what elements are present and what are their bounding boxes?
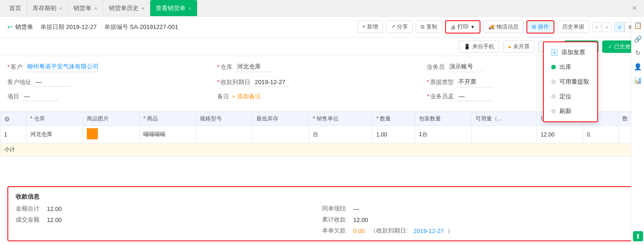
invoice-icon: + bbox=[551, 49, 558, 56]
not-open-ticket-button[interactable]: ● 未开票 bbox=[503, 40, 535, 53]
form-row-3: 项目 — 备注 + 添加备注 业务员孟 — bbox=[7, 92, 637, 101]
tab-sales-history[interactable]: 销货单历史 × bbox=[103, 0, 150, 16]
cell-min-stock bbox=[252, 126, 309, 143]
subtotal-label: 小计 bbox=[0, 143, 644, 156]
ticket-type-value[interactable]: 不开票 bbox=[457, 77, 493, 87]
print-dropdown-arrow: ▼ bbox=[470, 24, 475, 29]
tab-close-inventory-init[interactable]: × bbox=[59, 6, 62, 11]
check-circle-icon2: ✓ bbox=[608, 44, 612, 50]
view-list-button[interactable]: ≡ bbox=[614, 22, 625, 32]
form-row-2: 客户地址 — 收款到期日 2019-12-27 票据类型 不开票 bbox=[7, 77, 637, 87]
out-warehouse-item[interactable]: 出库 bbox=[544, 60, 597, 74]
available-qty-item[interactable]: 可用量提取 bbox=[544, 74, 597, 89]
same-order-row: 同单现结 — bbox=[322, 205, 628, 213]
doc-number-label: 单据编号 bbox=[104, 23, 128, 31]
ticket-icon: ● bbox=[508, 44, 511, 50]
doc-number-value: SA-20191227-001 bbox=[130, 23, 179, 30]
locate-item[interactable]: 定位 bbox=[544, 89, 597, 104]
add-invoice-item[interactable]: + 添加发票 bbox=[544, 45, 597, 60]
panel-icon-expand[interactable]: ⬆ bbox=[633, 231, 643, 241]
th-quantity: * 数量 bbox=[373, 112, 415, 126]
cell-available bbox=[472, 126, 537, 143]
tab-close-view-sales-order[interactable]: × bbox=[188, 6, 191, 11]
doc-header: ↩ 销货单 单据日期 2019-12-27 单据编号 SA-20191227-0… bbox=[0, 17, 644, 38]
customer-label: 客户 bbox=[7, 63, 23, 71]
cell-quantity: 1.00 bbox=[373, 126, 415, 143]
th-warehouse: * 仓库 bbox=[26, 112, 83, 126]
next-button[interactable]: › bbox=[602, 22, 611, 32]
customer-value[interactable]: 柳州粤港平安气体有限公司 bbox=[25, 62, 101, 72]
doc-toolbar: + 新增 ↗ 分享 ⧉ 复制 🖨 打印 ▼ 🚚 物流信息 bbox=[357, 20, 637, 34]
panel-icon-chart[interactable]: 📊 bbox=[633, 75, 643, 85]
warehouse-value[interactable]: 河北仓库 bbox=[235, 62, 272, 72]
history-button[interactable]: 历史单据 bbox=[557, 21, 589, 33]
total-amount-value: 12.00 bbox=[47, 205, 62, 212]
panel-icon-clipboard[interactable]: 📋 bbox=[633, 20, 643, 30]
window-close-button[interactable]: × bbox=[629, 4, 640, 12]
payment-date-value[interactable]: 2019-12-27 bbox=[253, 78, 290, 87]
th-gear[interactable]: ⚙ bbox=[0, 112, 27, 126]
operation-button[interactable]: ⊞ 操作 bbox=[526, 20, 554, 34]
cell-price: 0. bbox=[583, 126, 619, 143]
doc-date-field: 单据日期 2019-12-27 bbox=[40, 23, 97, 31]
employee-label: 业务员 bbox=[427, 63, 445, 71]
address-field: 客户地址 — bbox=[7, 78, 217, 87]
doc-title-text: 销货单 bbox=[15, 23, 33, 31]
cell-warehouse: 河北仓库 bbox=[26, 126, 83, 143]
cumulative-label: 累计收款 bbox=[322, 216, 350, 224]
out-warehouse-dot bbox=[551, 65, 556, 69]
share-button[interactable]: ↗ 分享 bbox=[386, 21, 413, 33]
gear-icon: ⚙ bbox=[4, 115, 10, 123]
due-date-close: ） bbox=[447, 227, 453, 235]
tab-bar-right: × bbox=[629, 4, 640, 12]
add-remark-button[interactable]: + 添加备注 bbox=[232, 92, 261, 101]
trade-amount-label: 成交金额 bbox=[16, 216, 43, 224]
right-panel: 📋 🔗 ↻ 👤 📊 ⬆ bbox=[631, 17, 644, 245]
from-phone-button[interactable]: 📱 来自手机 bbox=[459, 40, 499, 53]
panel-icon-refresh[interactable]: ↻ bbox=[633, 48, 643, 58]
payment-date-field: 收款到期日 2019-12-27 bbox=[217, 78, 427, 87]
th-product-img: 商品图片 bbox=[83, 112, 139, 126]
tab-inventory-init[interactable]: 库存期初 × bbox=[27, 0, 68, 16]
tab-bar: 首页 库存期初 × 销货单 × 销货单历史 × 查看销货单 × × bbox=[0, 0, 644, 17]
doc-date-value: 2019-12-27 bbox=[66, 23, 97, 30]
tab-close-sales-order[interactable]: × bbox=[94, 6, 97, 11]
payment-date-label: 收款到期日 bbox=[217, 78, 250, 86]
address-label: 客户地址 bbox=[7, 78, 31, 86]
doc-title-icon: ↩ bbox=[7, 23, 12, 30]
warehouse-field: 仓库 河北仓库 bbox=[217, 62, 427, 72]
due-row: 本单欠款 0.00 （收款到期日: 2019-12-27 ） bbox=[322, 227, 628, 235]
tab-sales-order[interactable]: 销货单 × bbox=[68, 0, 103, 16]
same-order-label: 同单现结 bbox=[322, 205, 350, 213]
cell-spec bbox=[196, 126, 252, 143]
total-amount-row: 金额合计 12.00 bbox=[16, 205, 322, 213]
panel-icon-link[interactable]: 🔗 bbox=[633, 34, 643, 44]
tab-home[interactable]: 首页 bbox=[4, 0, 27, 16]
trade-amount-row: 成交金额 12.00 bbox=[16, 216, 322, 224]
copy-icon: ⧉ bbox=[421, 24, 424, 30]
project-label: 项目 bbox=[7, 92, 19, 101]
print-button[interactable]: 🖨 打印 ▼ bbox=[445, 20, 480, 34]
subtotal-row: 小计 bbox=[0, 143, 644, 156]
due-date-value: 2019-12-27 bbox=[413, 228, 444, 234]
logistics-button[interactable]: 🚚 物流信息 bbox=[483, 21, 524, 33]
remark-label: 备注 bbox=[217, 92, 229, 101]
locate-dot bbox=[551, 94, 556, 99]
new-button[interactable]: + 新增 bbox=[357, 21, 383, 33]
product-image bbox=[87, 128, 98, 139]
th-spec: 规格型号 bbox=[196, 112, 252, 126]
panel-icon-user[interactable]: 👤 bbox=[633, 62, 643, 72]
warehouse-label: 仓库 bbox=[217, 63, 232, 71]
tab-close-sales-history[interactable]: × bbox=[141, 6, 144, 11]
address-value: — bbox=[34, 78, 71, 87]
cell-unit: 台 bbox=[309, 126, 373, 143]
payment-info-grid: 金额合计 12.00 成交金额 12.00 同单现结 — 累计收款 bbox=[16, 205, 628, 235]
prev-button[interactable]: ‹ bbox=[592, 22, 601, 32]
payment-info-right: 同单现结 — 累计收款 12.00 本单欠款 0.00 （收款到期日: 2019… bbox=[322, 205, 628, 235]
copy-button[interactable]: ⧉ 复制 bbox=[416, 21, 442, 33]
doc-number-field: 单据编号 SA-20191227-001 bbox=[104, 23, 179, 31]
refresh-item[interactable]: 刷新 bbox=[544, 104, 597, 119]
tab-view-sales-order[interactable]: 查看销货单 × bbox=[150, 0, 197, 16]
employee-value[interactable]: 演示账号 bbox=[447, 62, 484, 72]
logistics-icon: 🚚 bbox=[488, 24, 495, 30]
